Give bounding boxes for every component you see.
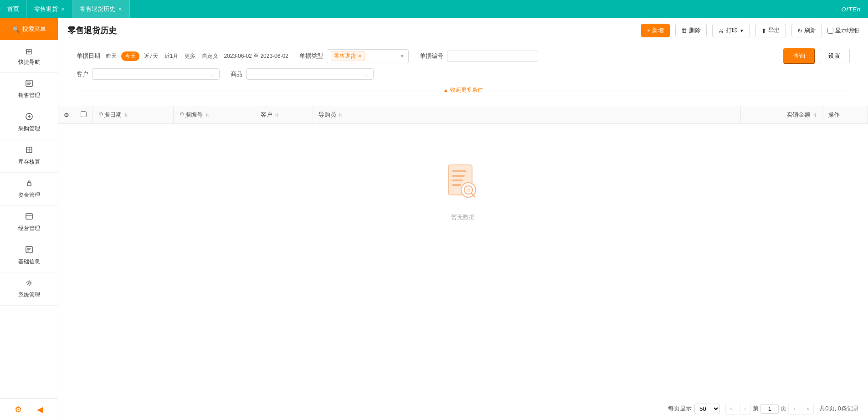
last-page-button[interactable]: » xyxy=(802,403,814,415)
print-icon: 🖨 xyxy=(718,27,724,34)
customer-label: 客户 xyxy=(77,70,88,78)
table-body: 暂无数据 xyxy=(58,124,868,258)
sidebar-item-operation-mgmt[interactable]: 经营管理 xyxy=(0,206,58,239)
display-detail-label: 显示明细 xyxy=(835,26,859,35)
sort-actual-amount-icon[interactable]: ⇅ xyxy=(813,113,817,118)
column-settings-icon[interactable]: ⚙ xyxy=(64,112,69,118)
svg-rect-19 xyxy=(452,179,463,181)
tab-home[interactable]: 首页 xyxy=(0,0,27,18)
tab-home-label: 首页 xyxy=(7,5,19,13)
sort-voucher-date-icon[interactable]: ⇅ xyxy=(124,113,128,118)
print-dropdown-icon: ▼ xyxy=(740,28,744,33)
sidebar-item-purchase-mgmt[interactable]: 采购管理 xyxy=(0,106,58,139)
tab-retail-return-history-label: 零售退货历史 xyxy=(80,5,115,13)
date-yesterday[interactable]: 昨天 xyxy=(104,51,118,61)
tab-retail-return-label: 零售退货 xyxy=(34,5,58,13)
collapse-btn[interactable]: ▲ 收起更多条件 xyxy=(443,86,483,94)
date-1month[interactable]: 近1月 xyxy=(163,51,180,61)
voucher-no-input[interactable] xyxy=(447,51,538,62)
page-number-input[interactable] xyxy=(760,404,779,414)
voucher-type-tag-close[interactable]: ✕ xyxy=(358,53,362,59)
sidebar-item-finance-mgmt[interactable]: 资金管理 xyxy=(0,173,58,206)
collapse-sidebar-icon[interactable]: ◀ xyxy=(37,405,43,415)
th-voucher-no[interactable]: 单据编号 ⇅ xyxy=(174,106,255,124)
content-area: 零售退货历史 + 新增 🗑 删除 🖨 🖨 打印 打印 ▼ ⬆ 导出 xyxy=(58,18,868,420)
customer-ellipsis-icon[interactable]: ... xyxy=(210,71,215,77)
operation-mgmt-icon xyxy=(25,212,33,223)
total-info: 共0页, 0条记录 xyxy=(819,405,859,413)
filter-row-1: 单据日期 昨天 今天 近7天 近1月 更多 自定义 2023-06-02 至 2… xyxy=(77,48,850,64)
page-title-row: 零售退货历史 + 新增 🗑 删除 🖨 🖨 打印 打印 ▼ ⬆ 导出 xyxy=(67,24,859,37)
th-guide[interactable]: 导购员 ⇅ xyxy=(313,106,382,124)
sidebar-item-system-mgmt[interactable]: 系统管理 xyxy=(0,272,58,306)
th-checkbox[interactable] xyxy=(75,106,92,124)
th-customer[interactable]: 客户 ⇅ xyxy=(255,106,313,124)
sidebar-item-quick-nav[interactable]: ⊞ 快捷导航 xyxy=(0,40,58,73)
sort-customer-icon[interactable]: ⇅ xyxy=(275,113,278,118)
th-customer-label: 客户 xyxy=(261,111,272,118)
setting-button[interactable]: 设置 xyxy=(819,49,850,63)
tab-retail-return[interactable]: 零售退货 ✕ xyxy=(27,0,72,18)
date-custom[interactable]: 自定义 xyxy=(200,51,220,61)
sort-voucher-no-icon[interactable]: ⇅ xyxy=(205,113,209,118)
select-all-checkbox[interactable] xyxy=(81,111,87,117)
query-button[interactable]: 查询 xyxy=(783,48,815,64)
date-more[interactable]: 更多 xyxy=(183,51,197,61)
sidebar-item-sales-mgmt[interactable]: 销售管理 xyxy=(0,73,58,106)
sidebar-item-basic-info[interactable]: 基础信息 xyxy=(0,239,58,272)
page-size-select: 每页显示 20 50 100 xyxy=(668,404,720,414)
display-detail-checkbox[interactable] xyxy=(827,28,833,34)
date-filter-label: 单据日期 xyxy=(77,52,100,60)
collapse-line-left xyxy=(77,91,440,91)
print-button[interactable]: 🖨 🖨 打印 打印 ▼ xyxy=(712,24,750,37)
collapse-icon: ▲ xyxy=(443,87,449,93)
settings-bottom-icon[interactable]: ⚙ xyxy=(15,405,22,415)
top-bar: 首页 零售退货 ✕ 零售退货历史 ✕ OfTEn xyxy=(0,0,868,18)
table-container: ⚙ 单据日期 ⇅ 单据编号 ⇅ xyxy=(58,106,868,397)
th-actual-amount[interactable]: 实销金额 ⇅ xyxy=(741,106,822,124)
prev-page-button[interactable]: ‹ xyxy=(739,403,751,415)
voucher-type-chevron-icon: ▼ xyxy=(400,53,405,59)
date-7days[interactable]: 近7天 xyxy=(142,51,160,61)
date-today[interactable]: 今天 xyxy=(121,51,139,61)
export-button[interactable]: ⬆ 导出 xyxy=(755,24,786,37)
first-page-button[interactable]: « xyxy=(725,403,737,415)
often-label: OfTEn xyxy=(841,6,861,13)
sidebar-item-inventory-calc[interactable]: 库存核算 xyxy=(0,139,58,173)
next-page-button[interactable]: › xyxy=(788,403,800,415)
page-unit: 页 xyxy=(781,405,786,413)
inventory-calc-icon xyxy=(25,146,33,156)
display-detail-checkbox-label[interactable]: 显示明细 xyxy=(827,26,859,35)
refresh-icon: ↻ xyxy=(797,27,802,34)
filter-row-2: 客户 ... 商品 ... xyxy=(77,68,850,80)
sort-guide-icon[interactable]: ⇅ xyxy=(339,113,342,118)
th-settings[interactable]: ⚙ xyxy=(58,106,75,124)
svg-rect-9 xyxy=(26,214,32,219)
refresh-button[interactable]: ↻ 刷新 xyxy=(791,24,822,37)
th-voucher-date[interactable]: 单据日期 ⇅ xyxy=(92,106,174,124)
goods-ellipsis-icon[interactable]: ... xyxy=(364,71,369,77)
system-mgmt-icon xyxy=(25,279,33,289)
tab-retail-return-history-close[interactable]: ✕ xyxy=(118,6,122,12)
page-header: 零售退货历史 + 新增 🗑 删除 🖨 🖨 打印 打印 ▼ ⬆ 导出 xyxy=(58,18,868,106)
filter-area: 单据日期 昨天 今天 近7天 近1月 更多 自定义 2023-06-02 至 2… xyxy=(67,43,859,106)
tab-retail-return-close[interactable]: ✕ xyxy=(61,6,65,12)
voucher-type-tag-label: 零售退货 xyxy=(334,52,356,60)
search-icon: 🔍 xyxy=(12,26,20,33)
sidebar-item-purchase-mgmt-label: 采购管理 xyxy=(18,125,40,133)
customer-filter-group: 客户 ... xyxy=(77,68,220,80)
tab-retail-return-history[interactable]: 零售退货历史 ✕ xyxy=(72,0,130,18)
basic-info-icon xyxy=(25,246,33,256)
date-filter-group: 单据日期 昨天 今天 近7天 近1月 更多 自定义 2023-06-02 至 2… xyxy=(77,51,288,61)
sidebar-search[interactable]: 🔍 搜索菜单 xyxy=(0,18,58,40)
goods-input[interactable]: ... xyxy=(246,68,374,80)
page-nav: « ‹ 第 页 › » xyxy=(725,403,814,415)
voucher-type-select[interactable]: 零售退货 ✕ ▼ xyxy=(327,49,409,63)
delete-button[interactable]: 🗑 删除 xyxy=(675,24,707,37)
new-button[interactable]: + 新增 xyxy=(641,24,670,37)
page-size-dropdown[interactable]: 20 50 100 xyxy=(694,404,720,414)
svg-rect-17 xyxy=(452,170,467,172)
table-header: ⚙ 单据日期 ⇅ 单据编号 ⇅ xyxy=(58,106,868,124)
customer-input[interactable]: ... xyxy=(92,68,220,80)
finance-mgmt-icon xyxy=(25,179,33,190)
